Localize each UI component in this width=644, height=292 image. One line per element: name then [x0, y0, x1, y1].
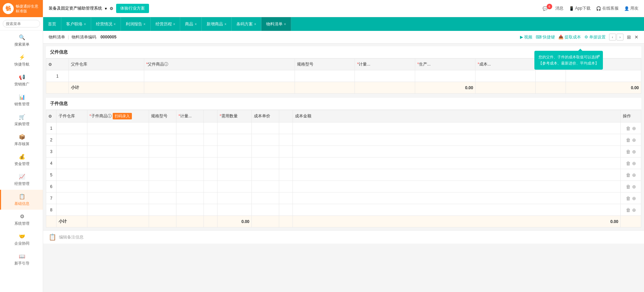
nav-tab-经营历程[interactable]: 经营历程 × [151, 17, 181, 31]
delete-icon[interactable]: 🗑 [626, 184, 631, 189]
search-input[interactable] [3, 20, 40, 27]
delete-icon[interactable]: 🗑 [626, 149, 631, 154]
child-unit-cell[interactable] [176, 146, 204, 157]
child-warehouse-cell[interactable] [57, 157, 87, 169]
child-qty-cell[interactable] [218, 181, 252, 192]
copy-icon[interactable]: ⊕ [632, 172, 636, 178]
child-unit-cell[interactable] [176, 134, 204, 146]
child-warehouse-cell[interactable] [57, 122, 87, 134]
tab-close-icon[interactable]: × [254, 22, 256, 26]
grid-view-icon[interactable]: ⊞ [627, 34, 631, 40]
child-unit-cell[interactable] [176, 181, 204, 192]
child-product-cell[interactable] [87, 169, 149, 181]
nav-tab-利润报告[interactable]: 利润报告 × [121, 17, 151, 31]
child-warehouse-cell[interactable] [57, 134, 87, 146]
child-qty-cell[interactable] [218, 192, 252, 204]
child-warehouse-cell[interactable] [57, 146, 87, 157]
tab-close-icon[interactable]: × [224, 22, 226, 26]
parent-product-cell[interactable] [144, 70, 295, 82]
single-settings-button[interactable]: ⚙ 单据设置 [584, 34, 606, 40]
child-warehouse-cell[interactable] [57, 204, 87, 216]
sidebar-item-采购管理[interactable]: 🛒采购管理 [0, 110, 43, 130]
copy-icon[interactable]: ⊕ [632, 137, 636, 143]
nav-tab-新增商品[interactable]: 新增商品 × [202, 17, 232, 31]
child-unit-cell[interactable] [176, 169, 204, 181]
child-product-cell[interactable] [87, 146, 149, 157]
prev-arrow[interactable]: ‹ [609, 34, 616, 40]
next-arrow[interactable]: › [617, 34, 623, 40]
view-button[interactable]: ▶ 视频 [520, 34, 532, 40]
child-unitcost-cell[interactable] [252, 146, 279, 157]
sidebar-item-企业协同[interactable]: 🤝企业协同 [0, 230, 43, 249]
app-download-item[interactable]: 📱 App下载 [569, 5, 591, 11]
child-product-cell[interactable] [87, 157, 149, 169]
extract-cost-button[interactable]: 📥 提取成本 [558, 34, 581, 40]
child-unitcost-cell[interactable] [252, 204, 279, 216]
nav-tab-经营情况[interactable]: 经营情况 × [91, 17, 121, 31]
child-unit-cell[interactable] [176, 192, 204, 204]
tab-close-icon[interactable]: × [173, 22, 175, 26]
child-product-cell[interactable] [87, 134, 149, 146]
settings-icon[interactable]: ⚙ [110, 6, 113, 11]
close-page-icon[interactable]: ✕ [634, 34, 639, 40]
child-warehouse-cell[interactable] [57, 192, 87, 204]
child-qty-cell[interactable] [218, 146, 252, 157]
child-spec-cell[interactable] [149, 157, 176, 169]
tooltip-close-button[interactable]: × [598, 53, 600, 59]
child-spec-cell[interactable] [149, 181, 176, 192]
copy-icon[interactable]: ⊕ [632, 149, 636, 154]
child-col-settings[interactable]: ⚙ [46, 110, 57, 122]
delete-icon[interactable]: 🗑 [626, 126, 631, 131]
child-warehouse-cell[interactable] [57, 169, 87, 181]
delete-icon[interactable]: 🗑 [626, 207, 631, 213]
child-unitcost-cell[interactable] [252, 181, 279, 192]
child-qty-cell[interactable] [218, 134, 252, 146]
parent-unit-cell[interactable] [355, 70, 415, 82]
delete-icon[interactable]: 🗑 [626, 161, 631, 166]
nav-tab-物料清单[interactable]: 物料清单 × [261, 17, 291, 31]
child-unitcost-cell[interactable] [252, 122, 279, 134]
parent-warehouse-cell[interactable] [69, 70, 144, 82]
child-spec-cell[interactable] [149, 204, 176, 216]
child-qty-cell[interactable] [218, 204, 252, 216]
sidebar-item-搜索菜单[interactable]: 🔍搜索菜单 [0, 31, 43, 50]
child-qty-cell[interactable] [218, 157, 252, 169]
child-qty-cell[interactable] [218, 122, 252, 134]
child-spec-cell[interactable] [149, 122, 176, 134]
child-warehouse-cell[interactable] [57, 181, 87, 192]
child-unit-cell[interactable] [176, 157, 204, 169]
note-text[interactable]: 编辑备注信息 [59, 234, 84, 240]
nav-tab-客户联络[interactable]: 客户联络 × [61, 17, 91, 31]
copy-icon[interactable]: ⊕ [632, 126, 636, 131]
sidebar-item-经营管理[interactable]: 📈经营管理 [0, 170, 43, 190]
child-product-cell[interactable] [87, 192, 149, 204]
sidebar-item-资金管理[interactable]: 💰资金管理 [0, 150, 43, 170]
child-unitcost-cell[interactable] [252, 192, 279, 204]
online-service-item[interactable]: 🎧 在线客服 [596, 5, 619, 11]
tab-close-icon[interactable]: × [84, 22, 86, 26]
copy-icon[interactable]: ⊕ [632, 207, 636, 213]
dropdown-icon[interactable]: ▾ [105, 6, 107, 11]
child-product-cell[interactable] [87, 204, 149, 216]
copy-icon[interactable]: ⊕ [632, 196, 636, 201]
parent-col-settings[interactable]: ⚙ [46, 59, 69, 70]
child-unitcost-cell[interactable] [252, 169, 279, 181]
sidebar-item-系统管理[interactable]: ⚙系统管理 [0, 210, 43, 230]
tab-close-icon[interactable]: × [195, 22, 197, 26]
tab-close-icon[interactable]: × [114, 22, 116, 26]
child-product-cell[interactable] [87, 122, 149, 134]
sidebar-item-销售管理[interactable]: 📊销售管理 [0, 90, 43, 110]
delete-icon[interactable]: 🗑 [626, 137, 631, 143]
tab-close-icon[interactable]: × [144, 22, 146, 26]
child-spec-cell[interactable] [149, 146, 176, 157]
shortcut-button[interactable]: ⌨ 快捷键 [536, 34, 555, 40]
sidebar-item-营销推广[interactable]: 📢营销推广 [0, 70, 43, 90]
user-item[interactable]: 👤 用友 [624, 5, 639, 11]
child-unitcost-cell[interactable] [252, 134, 279, 146]
sidebar-item-库存核算[interactable]: 📦库存核算 [0, 130, 43, 150]
message-item[interactable]: 💬 6 消息 [543, 5, 564, 11]
child-unit-cell[interactable] [176, 122, 204, 134]
trial-button[interactable]: 体验行业方案 [116, 4, 149, 13]
nav-tab-首页[interactable]: 首页 [43, 17, 61, 31]
delete-icon[interactable]: 🗑 [626, 172, 631, 178]
